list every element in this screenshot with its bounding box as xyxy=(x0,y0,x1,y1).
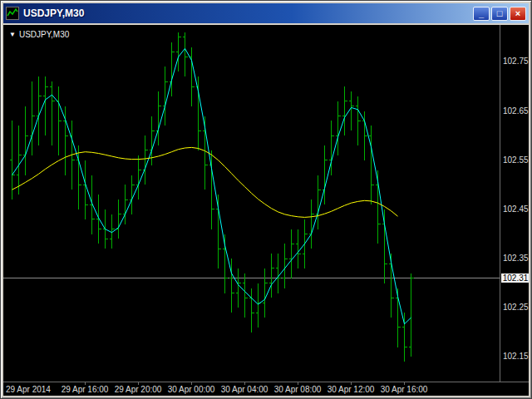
time-scale-label: 30 Apr 16:00 xyxy=(381,385,428,394)
maximize-button[interactable]: □ xyxy=(491,7,508,21)
minimize-icon: _ xyxy=(479,8,484,18)
one-click-trading-arrow[interactable]: ▼ xyxy=(9,31,16,38)
chart-window: USDJPY,M30 _ □ × 102.75102.65102.55102.4… xyxy=(0,0,532,399)
price-scale-separator[interactable] xyxy=(500,25,500,382)
title-bar[interactable]: USDJPY,M30 _ □ × xyxy=(3,3,529,23)
price-scale-label: 102.35 xyxy=(503,254,529,263)
time-scale-label: 30 Apr 08:00 xyxy=(274,385,322,394)
time-scale-label: 30 Apr 00:00 xyxy=(168,385,215,394)
price-scale-label: 102.65 xyxy=(503,106,529,116)
window-title: USDJPY,M30 xyxy=(23,7,471,19)
symbol-timeframe-label: USDJPY,M30 xyxy=(19,30,69,39)
close-icon: × xyxy=(515,8,520,18)
maximize-icon: □ xyxy=(497,8,503,18)
price-scale-label: 102.15 xyxy=(503,352,529,361)
price-scale-label: 102.25 xyxy=(503,303,529,312)
time-scale-label: 29 Apr 2014 xyxy=(6,385,51,394)
chart-corner-label: ▼ USDJPY,M30 xyxy=(9,30,69,39)
time-scale-label: 29 Apr 16:00 xyxy=(62,385,109,394)
chart-window-icon xyxy=(6,7,19,20)
time-scale-label: 30 Apr 04:00 xyxy=(221,385,268,394)
ohlc-bars xyxy=(10,32,414,362)
price-plot[interactable] xyxy=(3,27,500,382)
price-scale-label: 102.55 xyxy=(503,155,529,165)
price-scale-label: 102.45 xyxy=(503,204,529,214)
price-scale-label: 102.75 xyxy=(503,57,529,66)
bid-price-label: 102.31 xyxy=(500,273,529,283)
close-button[interactable]: × xyxy=(510,7,526,21)
time-scale-label: 30 Apr 12:00 xyxy=(328,385,375,394)
time-scale-label: 29 Apr 20:00 xyxy=(115,385,162,394)
time-scale-separator[interactable] xyxy=(3,382,529,382)
minimize-button[interactable]: _ xyxy=(473,7,490,21)
chart-area[interactable]: 102.75102.65102.55102.45102.35102.25102.… xyxy=(3,25,529,396)
